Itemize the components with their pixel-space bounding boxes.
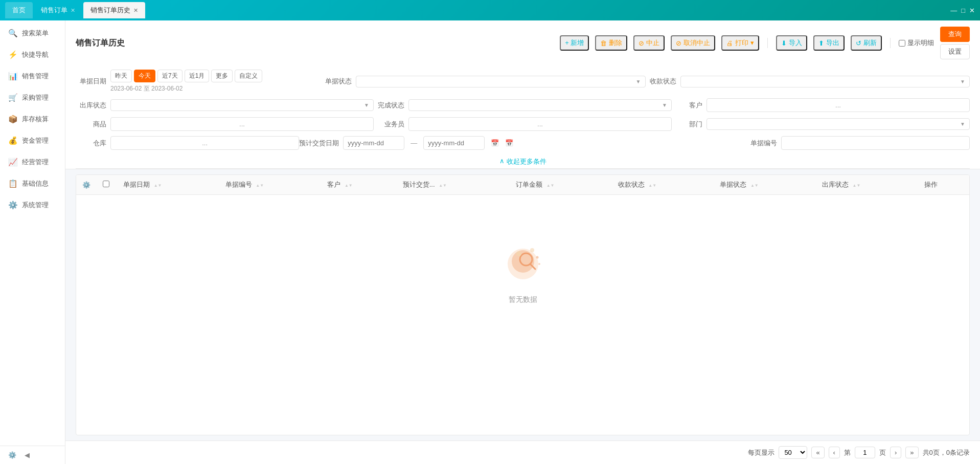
export-icon: ⬆: [818, 39, 824, 47]
delete-button[interactable]: 🗑 删除: [595, 35, 627, 51]
prev-page-btn[interactable]: ‹: [829, 447, 840, 458]
display-toggle-checkbox[interactable]: [899, 40, 905, 47]
dept-label: 部门: [672, 120, 702, 129]
select-all-checkbox[interactable]: [103, 181, 109, 187]
sidebar-item-operations[interactable]: 📈 经营管理: [0, 151, 65, 173]
dept-filter: 部门 ▼: [672, 118, 970, 130]
first-page-btn[interactable]: «: [811, 447, 824, 458]
planned-date-cal-start-icon[interactable]: 📅: [491, 139, 499, 147]
col-collection-status[interactable]: 收款状态 ▲▼: [612, 175, 714, 195]
sidebar: 🔍 搜索菜单 ⚡ 快捷导航 📊 销售管理 🛒 采购管理 📦 库存核算 💰 资金管…: [0, 20, 65, 464]
sidebar-bottom: ⚙️ ◀: [0, 446, 65, 464]
query-button[interactable]: 查询: [940, 27, 970, 42]
planned-date-cal-end-icon[interactable]: 📅: [505, 139, 513, 147]
sidebar-item-system-mgmt-label: 系统管理: [22, 201, 49, 210]
sidebar-item-system-mgmt[interactable]: ⚙️ 系统管理: [0, 194, 65, 216]
doc-status-select[interactable]: ▼: [356, 76, 646, 87]
tab-sales-order-close[interactable]: ✕: [71, 7, 75, 14]
tab-home-label: 首页: [12, 6, 26, 15]
cancel-stop-button[interactable]: ⊘ 取消中止: [671, 35, 715, 51]
sidebar-item-sales-mgmt[interactable]: 📊 销售管理: [0, 65, 65, 87]
date-range-text: 2023-06-02 至 2023-06-02: [110, 84, 262, 93]
customer-input[interactable]: ...: [706, 98, 970, 112]
sidebar-collapse-icon[interactable]: ◀: [25, 451, 30, 459]
filter-row-4: 仓库 ... 预计交货日期 — 📅 📅 单据编号: [76, 136, 970, 150]
export-button[interactable]: ⬆ 导出: [813, 35, 845, 51]
refresh-button[interactable]: ↺ 刷新: [851, 35, 882, 51]
sidebar-settings-icon[interactable]: ⚙️: [8, 451, 16, 459]
inventory-icon: 📦: [8, 115, 18, 124]
tab-sales-order-history[interactable]: 销售订单历史 ✕: [83, 2, 145, 18]
svg-point-7: [538, 263, 540, 265]
sidebar-item-purchase-mgmt[interactable]: 🛒 采购管理: [0, 87, 65, 108]
date-btn-1month[interactable]: 近1月: [185, 70, 210, 82]
goods-input[interactable]: ...: [110, 117, 374, 131]
table-header: ⚙️ 单据日期 ▲▼ 单据编号 ▲▼ 客户: [76, 175, 969, 195]
import-button[interactable]: ⬇ 导入: [776, 35, 807, 51]
filter-row-1: 单据日期 昨天 今天 近7天 近1月 更多 自定义 2023-06-02 至 2…: [76, 70, 970, 93]
planned-date-label: 预计交货日期: [299, 139, 339, 148]
col-settings[interactable]: ⚙️: [76, 175, 97, 195]
last-page-btn[interactable]: »: [905, 447, 918, 458]
collapse-row[interactable]: ∧ 收起更多条件: [76, 155, 970, 168]
minimize-icon[interactable]: —: [950, 7, 957, 14]
setting-button[interactable]: 设置: [940, 44, 970, 59]
warehouse-out-filter: 出库状态 ▼: [76, 99, 374, 111]
date-btn-yesterday[interactable]: 昨天: [110, 70, 132, 82]
collection-status-filter: 收款状态 ▼: [646, 76, 970, 87]
col-collection-status-label: 收款状态: [618, 181, 645, 188]
col-customer[interactable]: 客户 ▲▼: [321, 175, 396, 195]
salesperson-input[interactable]: ...: [408, 117, 672, 131]
tab-home[interactable]: 首页: [5, 2, 33, 18]
maximize-icon[interactable]: □: [961, 7, 965, 14]
col-customer-label: 客户: [327, 181, 340, 188]
collapse-up-icon: ∧: [499, 157, 505, 166]
completion-select[interactable]: ▼: [408, 99, 672, 111]
date-options-group: 昨天 今天 近7天 近1月 更多 自定义 2023-06-02 至 2023-0…: [110, 70, 262, 93]
date-btn-today[interactable]: 今天: [134, 70, 155, 82]
warehouse-input[interactable]: ...: [110, 136, 299, 150]
sidebar-item-quick-nav[interactable]: ⚡ 快捷导航: [0, 44, 65, 65]
date-quick-options: 昨天 今天 近7天 近1月 更多 自定义: [110, 70, 262, 82]
collection-status-select[interactable]: ▼: [680, 76, 970, 87]
per-page-select[interactable]: 50 10 20 100: [779, 446, 807, 459]
col-doc-sort: ▲▼: [750, 184, 759, 188]
dept-select[interactable]: ▼: [706, 118, 970, 130]
warehouse-out-select[interactable]: ▼: [110, 99, 374, 111]
new-button[interactable]: + 新增: [560, 35, 589, 51]
col-doc-no[interactable]: 单据编号 ▲▼: [219, 175, 322, 195]
sidebar-item-quick-nav-label: 快捷导航: [22, 50, 49, 59]
col-doc-status[interactable]: 单据状态 ▲▼: [714, 175, 816, 195]
tab-sales-order-history-close[interactable]: ✕: [133, 7, 138, 14]
date-btn-7days[interactable]: 近7天: [157, 70, 183, 82]
sidebar-item-capital[interactable]: 💰 资金管理: [0, 130, 65, 151]
print-button[interactable]: 🖨 打印 ▾: [721, 35, 759, 51]
sidebar-item-inventory[interactable]: 📦 库存核算: [0, 108, 65, 130]
warehouse-label: 仓库: [76, 139, 106, 148]
col-date[interactable]: 单据日期 ▲▼: [117, 175, 219, 195]
warehouse-out-chevron: ▼: [364, 102, 369, 108]
col-check[interactable]: [97, 175, 117, 195]
tab-sales-order[interactable]: 销售订单 ✕: [34, 2, 82, 18]
col-out-status[interactable]: 出库状态 ▲▼: [816, 175, 918, 195]
next-page-btn[interactable]: ›: [890, 447, 901, 458]
col-amount[interactable]: 订单金额 ▲▼: [510, 175, 612, 195]
date-btn-custom[interactable]: 自定义: [235, 70, 262, 82]
doc-no-input[interactable]: [781, 136, 970, 150]
planned-date-end[interactable]: [423, 136, 485, 150]
planned-date-start[interactable]: [343, 136, 404, 150]
collapse-label: 收起更多条件: [507, 157, 546, 166]
col-actions-label: 操作: [924, 181, 938, 188]
col-planned-date[interactable]: 预计交货... ▲▼: [397, 175, 510, 195]
sidebar-item-search-menu[interactable]: 🔍 搜索菜单: [0, 23, 65, 44]
stop-button[interactable]: ⊘ 中止: [633, 35, 665, 51]
col-planned-date-label: 预计交货...: [403, 181, 435, 188]
date-btn-more[interactable]: 更多: [211, 70, 233, 82]
capital-icon: 💰: [8, 136, 18, 145]
sidebar-item-base-info[interactable]: 📋 基础信息: [0, 173, 65, 194]
display-toggle[interactable]: 显示明细: [899, 38, 934, 48]
page-input[interactable]: [855, 447, 875, 458]
close-icon[interactable]: ✕: [969, 7, 975, 14]
delete-label: 删除: [609, 38, 622, 48]
sidebar-item-sales-mgmt-label: 销售管理: [22, 72, 49, 81]
